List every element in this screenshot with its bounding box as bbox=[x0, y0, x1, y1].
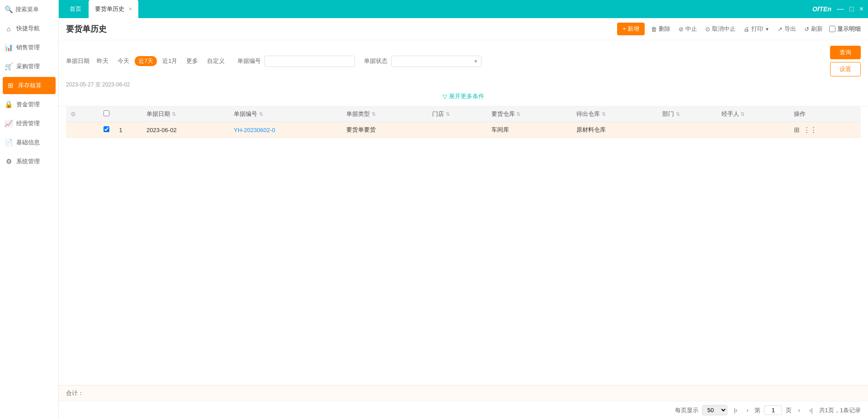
th-department[interactable]: 部门 ⇅ bbox=[658, 106, 717, 122]
tab-home[interactable]: 首页 bbox=[63, 0, 88, 18]
expand-icon: ▽ bbox=[443, 93, 447, 100]
sidebar-item-finance[interactable]: 🔒 资金管理 bbox=[0, 95, 58, 114]
sidebar-item-operations[interactable]: 📈 经营管理 bbox=[0, 114, 58, 133]
th-req-warehouse[interactable]: 要货仓库 ⇅ bbox=[487, 106, 572, 122]
page-label: 第 bbox=[755, 406, 760, 414]
search-label: 搜索菜单 bbox=[15, 5, 39, 14]
th-doc-type[interactable]: 单据类型 ⇅ bbox=[342, 106, 428, 122]
th-gear[interactable]: ⚙ bbox=[66, 106, 98, 122]
data-table: ⚙ 单据日期 ⇅ 单据编号 ⇅ 单据类型 ⇅ 门店 ⇅ 要货仓库 ⇅ 待出仓库 … bbox=[66, 106, 861, 138]
expand-label: 展开更多条件 bbox=[449, 92, 484, 100]
sidebar-item-label: 销售管理 bbox=[16, 43, 40, 52]
table-body: 1 2023-06-02 YH-20230602-0 要货单要货 车间库 原材料… bbox=[66, 122, 861, 138]
th-doc-date[interactable]: 单据日期 ⇅ bbox=[142, 106, 229, 122]
display-detail-toggle[interactable]: 显示明细 bbox=[829, 25, 861, 33]
more-action-icon[interactable]: ⋮⋮ bbox=[803, 126, 817, 134]
tab-close-icon[interactable]: × bbox=[129, 6, 132, 12]
th-handler[interactable]: 经手人 ⇅ bbox=[717, 106, 789, 122]
maximize-icon[interactable]: □ bbox=[849, 5, 854, 13]
sort-icon: ⇅ bbox=[172, 111, 176, 117]
td-department bbox=[658, 122, 717, 138]
sidebar-item-purchase[interactable]: 🛒 采购管理 bbox=[0, 57, 58, 76]
next-page-btn[interactable]: › bbox=[795, 406, 802, 414]
filter-area: 单据日期 昨天 今天 近7天 近1月 更多 自定义 单据编号 单据状态 bbox=[59, 40, 868, 106]
gear-icon: ⚙ bbox=[5, 157, 13, 166]
date-range-text: 2023-05-27 至 2023-06-02 bbox=[66, 81, 130, 89]
view-action-icon[interactable]: ⊞ bbox=[794, 126, 800, 134]
date-btn-custom[interactable]: 自定义 bbox=[203, 56, 228, 66]
prev-page-btn[interactable]: ‹ bbox=[744, 406, 751, 414]
table-header-row: ⚙ 单据日期 ⇅ 单据编号 ⇅ 单据类型 ⇅ 门店 ⇅ 要货仓库 ⇅ 待出仓库 … bbox=[66, 106, 861, 122]
date-btn-7days[interactable]: 近7天 bbox=[135, 56, 157, 66]
th-doc-no-label: 单据编号 bbox=[234, 110, 257, 117]
cancel-stop-button[interactable]: ⊙ 取消中止 bbox=[703, 24, 737, 34]
pagination-bar: 每页显示 50 10 20 100 |‹ ‹ 第 页 › ›| 共1页，1条记录 bbox=[59, 401, 868, 419]
table-row: 1 2023-06-02 YH-20230602-0 要货单要货 车间库 原材料… bbox=[66, 122, 861, 138]
tab-active[interactable]: 要货单历史 × bbox=[89, 0, 138, 18]
doc-no-filter-label: 单据编号 bbox=[237, 57, 261, 65]
th-doc-no[interactable]: 单据编号 ⇅ bbox=[229, 106, 342, 122]
stop-button[interactable]: ⊘ 中止 bbox=[677, 24, 699, 34]
td-actions: ⊞ ⋮⋮ bbox=[789, 122, 861, 138]
display-detail-checkbox[interactable] bbox=[829, 26, 835, 32]
expand-more-btn[interactable]: ▽ 展开更多条件 bbox=[66, 92, 861, 100]
brand-label: OfTEn bbox=[812, 5, 831, 13]
sidebar-item-inventory[interactable]: ⊞ 库存核算 bbox=[3, 77, 56, 94]
sidebar-item-quick-nav[interactable]: ⌂ 快捷导航 bbox=[0, 19, 58, 38]
th-store[interactable]: 门店 ⇅ bbox=[428, 106, 487, 122]
date-btn-today[interactable]: 今天 bbox=[114, 56, 133, 66]
sort-icon: ⇅ bbox=[259, 111, 263, 117]
close-icon[interactable]: × bbox=[859, 5, 863, 13]
th-req-warehouse-label: 要货仓库 bbox=[491, 110, 515, 117]
select-all-checkbox[interactable] bbox=[104, 110, 109, 116]
sidebar-item-label: 资金管理 bbox=[16, 100, 40, 109]
td-checkbox[interactable] bbox=[98, 122, 114, 138]
date-btn-more[interactable]: 更多 bbox=[183, 56, 202, 66]
sidebar-item-label: 快捷导航 bbox=[16, 24, 40, 33]
total-label: 合计： bbox=[66, 389, 84, 397]
tab-active-label: 要货单历史 bbox=[95, 5, 124, 13]
topbar-right: OfTEn — □ × bbox=[812, 5, 863, 13]
page-title: 要货单历史 bbox=[66, 24, 107, 34]
export-button[interactable]: ↗ 导出 bbox=[776, 24, 798, 34]
refresh-button[interactable]: ↺ 刷新 bbox=[802, 24, 825, 34]
sidebar-item-system[interactable]: ⚙ 系统管理 bbox=[0, 152, 58, 171]
page-size-select[interactable]: 50 10 20 100 bbox=[702, 405, 727, 415]
table-head: ⚙ 单据日期 ⇅ 单据编号 ⇅ 单据类型 ⇅ 门店 ⇅ 要货仓库 ⇅ 待出仓库 … bbox=[66, 106, 861, 122]
page-input[interactable] bbox=[764, 405, 782, 415]
search-menu[interactable]: 🔍 搜索菜单 bbox=[0, 0, 58, 19]
th-handler-label: 经手人 bbox=[722, 110, 739, 117]
action-icons: ⊞ ⋮⋮ bbox=[794, 126, 856, 134]
new-button[interactable]: + 新增 bbox=[617, 23, 645, 35]
th-checkbox[interactable] bbox=[98, 106, 114, 122]
doc-no-link[interactable]: YH-20230602-0 bbox=[234, 127, 275, 133]
print-button[interactable]: 🖨 打印 ▼ bbox=[742, 24, 771, 34]
page-header: 要货单历史 + 新增 🗑 删除 ⊘ 中止 ⊙ 取消中止 🖨 打印 bbox=[59, 18, 868, 40]
last-page-btn[interactable]: ›| bbox=[807, 406, 816, 414]
th-pending-warehouse[interactable]: 待出仓库 ⇅ bbox=[572, 106, 658, 122]
th-store-label: 门店 bbox=[432, 110, 444, 117]
lock-icon: 🔒 bbox=[5, 100, 13, 109]
date-btn-1month[interactable]: 近1月 bbox=[159, 56, 181, 66]
chart-icon: 📊 bbox=[5, 43, 13, 52]
print-label: 打印 bbox=[751, 25, 763, 33]
row-checkbox[interactable] bbox=[104, 126, 109, 132]
page-size-label: 每页显示 bbox=[675, 406, 698, 414]
minimize-icon[interactable]: — bbox=[837, 5, 844, 13]
cancel-stop-label: 取消中止 bbox=[712, 25, 736, 33]
cancel-stop-icon: ⊙ bbox=[705, 26, 710, 33]
delete-icon: 🗑 bbox=[651, 26, 657, 33]
status-select[interactable] bbox=[391, 56, 481, 67]
sort-icon: ⇅ bbox=[741, 111, 745, 117]
delete-button[interactable]: 🗑 删除 bbox=[649, 24, 672, 34]
date-btn-yesterday[interactable]: 昨天 bbox=[93, 56, 112, 66]
query-button[interactable]: 查询 bbox=[830, 46, 861, 59]
status-filter-group: 单据状态 bbox=[364, 56, 481, 67]
refresh-label: 刷新 bbox=[811, 25, 823, 33]
doc-no-input[interactable] bbox=[264, 56, 355, 67]
settings-button[interactable]: 设置 bbox=[830, 62, 861, 76]
sidebar-item-sales[interactable]: 📊 销售管理 bbox=[0, 38, 58, 57]
sidebar-item-basic-info[interactable]: 📄 基础信息 bbox=[0, 133, 58, 152]
stop-icon: ⊘ bbox=[679, 26, 684, 33]
first-page-btn[interactable]: |‹ bbox=[731, 406, 740, 414]
